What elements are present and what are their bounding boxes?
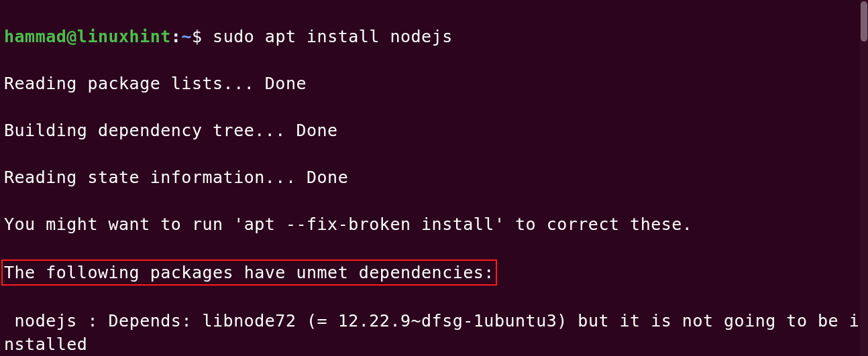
- prompt-separator: :: [171, 27, 182, 46]
- command-text: sudo apt install nodejs: [213, 27, 453, 46]
- output-line: Reading package lists... Done: [4, 72, 864, 95]
- highlight-box: The following packages have unmet depend…: [1, 259, 497, 286]
- prompt-user: hammad@linuxhint: [4, 27, 171, 46]
- prompt-line[interactable]: hammad@linuxhint:~$ sudo apt install nod…: [4, 25, 864, 48]
- scrollbar-thumb[interactable]: [861, 1, 867, 42]
- prompt-symbol: $: [192, 27, 203, 46]
- output-line: You might want to run 'apt --fix-broken …: [4, 213, 864, 236]
- output-line: Building dependency tree... Done: [4, 119, 864, 142]
- output-line: Reading state information... Done: [4, 166, 864, 189]
- terminal-output: hammad@linuxhint:~$ sudo apt install nod…: [0, 0, 868, 356]
- unmet-dependencies-line: The following packages have unmet depend…: [4, 259, 864, 286]
- output-line: nodejs : Depends: libnode72 (= 12.22.9~d…: [4, 309, 864, 356]
- scrollbar[interactable]: [860, 0, 868, 356]
- prompt-path: ~: [181, 27, 192, 46]
